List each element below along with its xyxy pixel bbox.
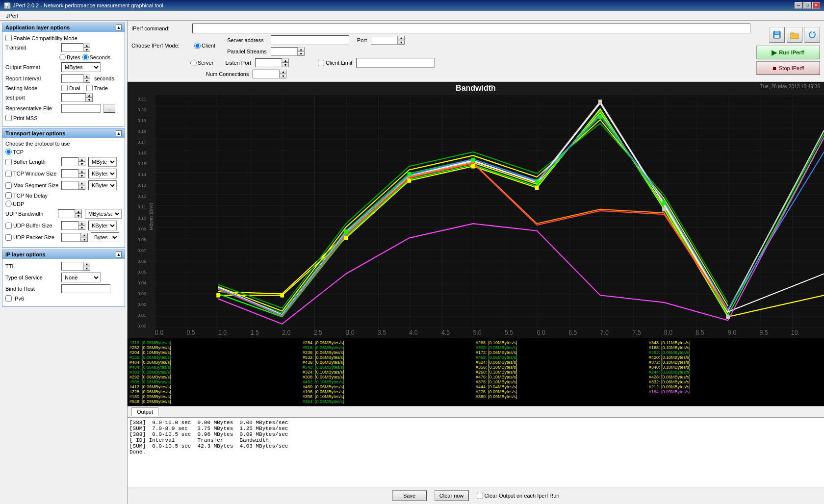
buffer-length-input[interactable]: 2: [61, 157, 78, 166]
ipv6-label[interactable]: IPv6: [5, 295, 24, 302]
minimize-button[interactable]: ─: [795, 2, 802, 9]
ttl-up[interactable]: ▲: [83, 262, 90, 266]
tcp-window-checkbox-label[interactable]: TCP Window Size: [5, 171, 59, 177]
buffer-length-unit[interactable]: MBytes: [88, 157, 117, 167]
report-interval-input[interactable]: 1: [61, 74, 83, 83]
udp-buffer-input[interactable]: 41: [61, 221, 78, 230]
buffer-length-checkbox[interactable]: [5, 159, 12, 165]
clear-on-run-label[interactable]: Clear Output on each Iperf Run: [477, 493, 560, 499]
menu-jperf[interactable]: JPerf: [2, 12, 23, 20]
udp-bandwidth-up[interactable]: ▲: [75, 209, 82, 214]
clear-on-run-checkbox[interactable]: [477, 493, 483, 499]
app-layer-collapse[interactable]: ▲: [116, 25, 122, 30]
output-tab[interactable]: Output: [131, 407, 158, 416]
test-port-down[interactable]: ▼: [86, 98, 93, 102]
parallel-down[interactable]: ▼: [298, 51, 305, 56]
bytes-radio[interactable]: [59, 54, 66, 60]
udp-radio[interactable]: [5, 201, 12, 207]
client-limit-input[interactable]: [356, 58, 435, 68]
tos-select[interactable]: None: [61, 273, 101, 282]
report-interval-up[interactable]: ▲: [83, 74, 90, 78]
stop-button[interactable]: ⏹ Stop IPerf!: [756, 61, 820, 75]
udp-buffer-checkbox[interactable]: [5, 223, 12, 229]
app-layer-header[interactable]: Application layer options ▲: [2, 23, 125, 32]
report-interval-down[interactable]: ▼: [83, 78, 90, 83]
buffer-length-down[interactable]: ▼: [78, 162, 85, 166]
no-delay-label[interactable]: TCP No Delay: [5, 192, 48, 199]
port-input[interactable]: 5,001: [371, 36, 398, 45]
close-button[interactable]: ✕: [812, 2, 820, 9]
tcp-window-down[interactable]: ▼: [78, 174, 85, 178]
max-segment-up[interactable]: ▲: [78, 181, 85, 185]
tcp-radio[interactable]: [5, 149, 12, 155]
iperf-command-input[interactable]: bin/iperf.exe -c 10.10.2.2 -P 50 -i 1 -p…: [192, 24, 750, 33]
server-radio[interactable]: [190, 60, 197, 66]
client-radio[interactable]: [194, 43, 201, 49]
udp-packet-checkbox-label[interactable]: UDP Packet Size: [5, 234, 59, 241]
transport-layer-header[interactable]: Transport layer options ▲: [2, 129, 125, 138]
parallel-input[interactable]: 50: [271, 47, 298, 56]
max-segment-down[interactable]: ▼: [78, 185, 85, 190]
udp-bandwidth-down[interactable]: ▼: [75, 214, 82, 218]
save-button[interactable]: Save: [392, 490, 427, 501]
test-port-up[interactable]: ▲: [86, 93, 93, 98]
client-radio-label[interactable]: Client: [194, 43, 215, 49]
udp-packet-up[interactable]: ▲: [81, 233, 88, 237]
udp-packet-down[interactable]: ▼: [81, 237, 88, 242]
port-up[interactable]: ▲: [398, 36, 405, 40]
transmit-down[interactable]: ▼: [83, 48, 90, 52]
max-segment-checkbox[interactable]: [5, 182, 12, 189]
tcp-window-checkbox[interactable]: [5, 171, 12, 177]
port-down[interactable]: ▼: [398, 40, 405, 45]
udp-buffer-up[interactable]: ▲: [78, 221, 85, 226]
udp-buffer-checkbox-label[interactable]: UDP Buffer Size: [5, 223, 59, 229]
max-segment-input[interactable]: 1: [61, 181, 78, 190]
seconds-radio[interactable]: [82, 54, 89, 60]
buffer-length-checkbox-label[interactable]: Buffer Length: [5, 159, 59, 165]
ip-layer-header[interactable]: IP layer options ▲: [2, 250, 125, 259]
num-conn-down[interactable]: ▼: [280, 74, 286, 78]
transport-layer-collapse[interactable]: ▲: [116, 130, 122, 136]
print-mss-label[interactable]: Print MSS: [5, 115, 38, 121]
udp-buffer-unit[interactable]: KBytes: [88, 221, 117, 230]
seconds-radio-label[interactable]: Seconds: [82, 54, 111, 60]
udp-bandwidth-input[interactable]: 1: [58, 209, 75, 218]
refresh-icon-button[interactable]: [804, 27, 820, 43]
client-limit-checkbox-label[interactable]: Client Limit: [318, 60, 352, 66]
dual-label[interactable]: Dual: [61, 85, 80, 91]
run-button[interactable]: ▶ Run IPerf!: [756, 46, 820, 59]
parallel-up[interactable]: ▲: [298, 47, 305, 51]
num-conn-up[interactable]: ▲: [280, 70, 286, 74]
max-segment-checkbox-label[interactable]: Max Segment Size: [5, 182, 59, 189]
listen-port-down[interactable]: ▼: [282, 63, 289, 67]
clear-now-button[interactable]: Clear now: [435, 490, 469, 501]
dual-checkbox[interactable]: [61, 85, 68, 91]
server-radio-label[interactable]: Server: [190, 60, 213, 66]
buffer-length-up[interactable]: ▲: [78, 157, 85, 162]
tcp-window-up[interactable]: ▲: [78, 169, 85, 174]
compat-mode-label[interactable]: Enable Compatibility Mode: [5, 35, 77, 41]
num-conn-input[interactable]: 0: [253, 70, 280, 78]
print-mss-checkbox[interactable]: [5, 115, 12, 121]
maximize-button[interactable]: □: [803, 2, 811, 9]
bind-host-input[interactable]: [61, 284, 110, 293]
transmit-input[interactable]: 10: [61, 43, 83, 52]
rep-file-input[interactable]: [61, 104, 101, 113]
trade-label[interactable]: Trade: [86, 85, 108, 91]
udp-packet-input[interactable]: 1,500: [61, 233, 81, 242]
ip-layer-collapse[interactable]: ▲: [116, 252, 122, 257]
ttl-down[interactable]: ▼: [83, 266, 90, 271]
trade-checkbox[interactable]: [86, 85, 93, 91]
no-delay-checkbox[interactable]: [5, 192, 12, 199]
udp-buffer-down[interactable]: ▼: [78, 226, 85, 230]
output-format-select[interactable]: MBytes: [61, 62, 101, 72]
listen-port-up[interactable]: ▲: [282, 58, 289, 63]
tcp-window-input[interactable]: 56: [61, 169, 78, 178]
server-addr-input[interactable]: 10.10.2.2: [271, 35, 349, 45]
bytes-radio-label[interactable]: Bytes: [59, 54, 80, 60]
test-port-input[interactable]: 5,001: [61, 93, 86, 102]
ttl-input[interactable]: 1: [61, 262, 83, 271]
client-limit-checkbox[interactable]: [318, 60, 324, 66]
udp-radio-label[interactable]: UDP: [5, 201, 24, 207]
max-segment-unit[interactable]: KBytes: [88, 180, 117, 190]
